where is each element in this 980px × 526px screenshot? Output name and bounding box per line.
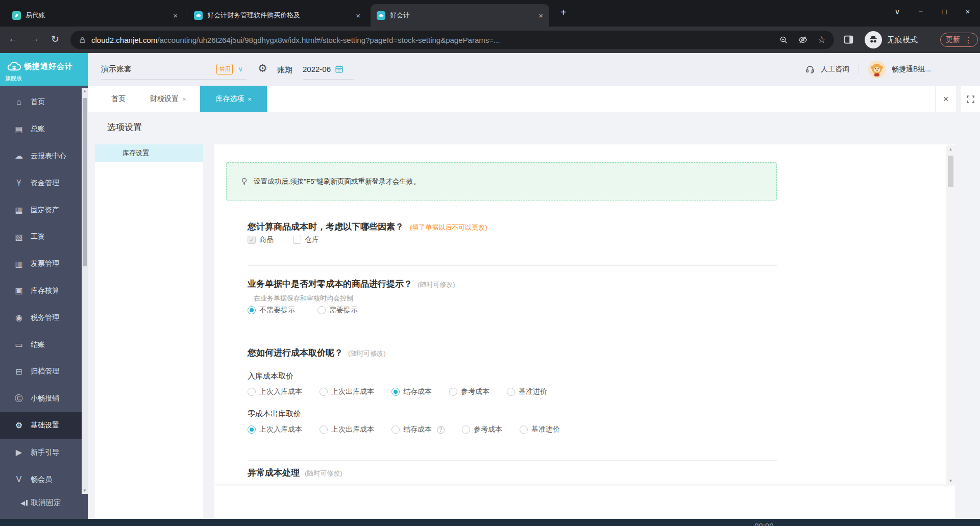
radio-option-base-price[interactable]: 基准进价	[507, 387, 547, 396]
window-menu-icon[interactable]: ∨	[886, 7, 909, 16]
support-link[interactable]: 人工咨询	[821, 65, 849, 74]
sidebar-item-closing[interactable]: ▭结账	[0, 331, 88, 358]
question-cost-factors: 您计算商品成本时，考虑以下哪些因素？ (填了单据以后不可以更改)	[248, 221, 487, 233]
subnav-item-stock-settings[interactable]: 库存设置	[95, 144, 203, 162]
sidebar-item-beginner-guide[interactable]: ▶新手引导	[0, 439, 88, 466]
sidebar-item-general-ledger[interactable]: ▤总账	[0, 116, 88, 143]
browser-update-button[interactable]: 更新 ⋮	[940, 33, 978, 47]
radio-option-last-outbound-cost[interactable]: 上次出库成本	[320, 425, 374, 434]
radio-unselected[interactable]	[507, 388, 515, 396]
tab-close-icon[interactable]: ×	[533, 11, 543, 20]
calendar-icon[interactable]	[335, 65, 344, 73]
scroll-up-icon[interactable]: ▲	[946, 147, 955, 152]
checkbox-option-warehouse[interactable]: 仓库	[293, 235, 319, 244]
sidebar-item-basic-settings[interactable]: ⚙基础设置	[0, 412, 88, 439]
radio-option-balance-cost[interactable]: 结存成本	[391, 387, 432, 396]
radio-unselected[interactable]	[317, 306, 326, 314]
sidebar-item-funds[interactable]: ¥资金管理	[0, 169, 88, 196]
browser-tab-haokuaiji-active[interactable]: 好会计 ×	[371, 4, 549, 27]
notice-banner: 设置成功后,须按"F5"键刷新页面或重新登录才会生效。	[226, 162, 777, 201]
account-set-select[interactable]: 演示账套 禁用 ∨	[101, 59, 247, 80]
radio-option-reference-cost[interactable]: 参考成本	[449, 387, 489, 396]
cost-factor-options: ✓ 商品 仓库	[248, 235, 319, 244]
home-icon: ⌂	[14, 97, 23, 107]
browser-tab-yidaizhang[interactable]: 易代账 ×	[6, 4, 184, 27]
radio-unselected[interactable]	[320, 425, 328, 434]
sidebar-item-archive[interactable]: ⊟归档管理	[0, 358, 88, 385]
new-tab-button[interactable]: +	[560, 7, 567, 18]
scrollbar-thumb[interactable]	[83, 98, 87, 266]
sidebar-item-home[interactable]: ⌂首页	[0, 89, 88, 116]
fullscreen-button[interactable]	[961, 86, 980, 112]
tab-close-icon[interactable]: ×	[248, 95, 252, 103]
sidebar-scrollbar[interactable]: ▲ ▼	[82, 88, 88, 494]
checkbox-unchecked[interactable]	[293, 236, 301, 244]
browser-tab-haokuaiji-pricing[interactable]: 好会计财务管理软件购买价格及 ×	[188, 4, 366, 27]
scrollbar-thumb[interactable]	[948, 156, 953, 187]
username[interactable]: 畅捷通B组...	[892, 65, 931, 74]
userbar: 人工咨询 畅捷通B组...	[805, 53, 931, 86]
browser-menu-icon[interactable]: ⋮	[964, 35, 972, 45]
radio-selected[interactable]	[248, 306, 256, 314]
forward-icon[interactable]: →	[30, 33, 39, 44]
panel-scrollbar[interactable]: ▲ ▼	[946, 145, 955, 485]
back-icon[interactable]: ←	[8, 33, 18, 44]
radio-unselected[interactable]	[520, 425, 528, 434]
reload-icon[interactable]: ↻	[51, 33, 59, 45]
option-label: 基准进价	[531, 425, 560, 434]
radio-option-base-price[interactable]: 基准进价	[520, 425, 560, 434]
eye-slash-icon[interactable]	[798, 35, 807, 44]
page-tab-stock-options[interactable]: 库存选项 ×	[200, 86, 267, 112]
radio-unselected[interactable]	[320, 388, 328, 396]
page-tab-home[interactable]: 首页	[111, 86, 126, 112]
url-bar[interactable]: cloud2.chanjet.com/accounting/uh26t264j5…	[70, 31, 834, 49]
sidebar-item-inventory[interactable]: ▣库存核算	[0, 278, 88, 305]
bookmark-star-icon[interactable]: ☆	[818, 34, 826, 45]
sidebar-item-label: 首页	[31, 97, 45, 107]
checkbox-checked-disabled[interactable]: ✓	[248, 236, 256, 244]
tab-close-icon[interactable]: ×	[182, 95, 186, 103]
radio-option-last-outbound-cost[interactable]: 上次出库成本	[320, 387, 374, 396]
sidebar-item-fixed-assets[interactable]: ▦固定资产	[0, 196, 88, 223]
window-minimize-icon[interactable]: −	[910, 7, 932, 16]
avatar[interactable]	[868, 61, 886, 78]
cloud-logo-icon	[6, 59, 21, 77]
scroll-down-icon[interactable]: ▼	[946, 479, 955, 483]
radio-selected[interactable]	[391, 388, 400, 396]
sidebar-item-payroll[interactable]: ▧工资	[0, 223, 88, 251]
scroll-up-icon[interactable]: ▲	[82, 89, 88, 93]
tab-close-icon[interactable]: ×	[168, 11, 178, 20]
sidebar-item-invoices[interactable]: ▥发票管理	[0, 251, 88, 278]
unpin-sidebar-button[interactable]: ◀ 取消固定	[0, 498, 82, 508]
close-all-tabs-button[interactable]: ×	[935, 86, 956, 112]
radio-unselected[interactable]	[391, 425, 400, 434]
settings-gear-icon[interactable]: ⚙	[258, 62, 267, 74]
radio-unselected[interactable]	[248, 388, 256, 396]
chevron-down-icon[interactable]: ∨	[238, 65, 243, 73]
radio-option-last-inbound-cost[interactable]: 上次入库成本	[248, 387, 302, 396]
radio-option-last-inbound-cost[interactable]: 上次入库成本	[248, 425, 302, 434]
radio-option-balance-cost[interactable]: 结存成本 ?	[391, 425, 445, 434]
zoom-out-icon[interactable]	[779, 36, 788, 44]
sidebar-item-cloud-reports[interactable]: ☁云报表中心	[0, 143, 88, 170]
radio-option-no-prompt[interactable]: 不需要提示	[248, 306, 295, 315]
radio-option-reference-cost[interactable]: 参考成本	[462, 425, 502, 434]
page-tab-tax-settings[interactable]: 财税设置 ×	[150, 86, 186, 112]
side-panel-icon[interactable]	[843, 34, 854, 47]
radio-unselected[interactable]	[462, 425, 470, 434]
sidebar-item-expense[interactable]: Ⓒ小畅报销	[0, 385, 88, 412]
sidebar-item-membership[interactable]: Ⅴ畅会员	[0, 466, 88, 493]
period-picker[interactable]: 2022-06	[303, 59, 354, 80]
radio-selected[interactable]	[248, 425, 256, 434]
incognito-icon	[865, 31, 882, 48]
checkbox-option-goods[interactable]: ✓ 商品	[248, 235, 274, 244]
radio-option-need-prompt[interactable]: 需要提示	[317, 306, 358, 315]
window-close-icon[interactable]: ×	[957, 7, 979, 16]
radio-unselected[interactable]	[449, 388, 457, 396]
sidebar-item-label: 发票管理	[31, 259, 59, 268]
scroll-down-icon[interactable]: ▼	[82, 488, 88, 493]
help-icon[interactable]: ?	[437, 426, 445, 434]
window-restore-icon[interactable]: □	[933, 7, 955, 16]
tab-close-icon[interactable]: ×	[351, 11, 360, 20]
sidebar-item-tax[interactable]: ◉税务管理	[0, 304, 88, 331]
